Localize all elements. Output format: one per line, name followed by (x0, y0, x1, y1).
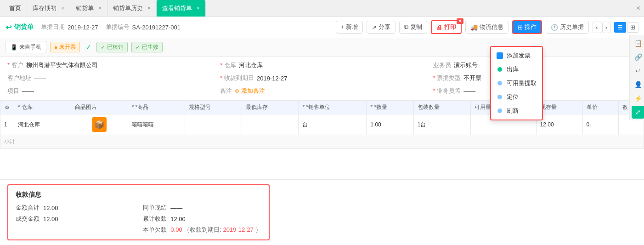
tab-bar-close-button[interactable]: × (636, 4, 640, 12)
sidebar-icon-bolt[interactable]: ⚡ (632, 92, 644, 105)
operations-button[interactable]: ⊞ 操作 (512, 20, 542, 34)
document-title: ↩ 销货单 (6, 23, 34, 32)
tab-inventory-init-label: 库存期初 (33, 4, 56, 12)
list-view-button[interactable]: ☰ (614, 22, 626, 33)
warehouse-label: 仓库 (220, 61, 236, 69)
sidebar-icon-expand[interactable]: ⤢ (632, 106, 644, 119)
tab-sales-order-label: 销货单 (76, 4, 94, 12)
row-unit-price: 0. (582, 114, 618, 135)
available-extract-item[interactable]: 可用量提取 (491, 76, 542, 90)
grid-view-button[interactable]: ⊞ (627, 22, 638, 33)
row-spec (185, 114, 242, 135)
payment-title: 收款信息 (16, 191, 261, 199)
nav-arrows: ‹ › (593, 22, 610, 33)
new-button-label: + 新增 (341, 23, 358, 31)
deal-amount-row: 成交金额 12.00 (16, 215, 134, 223)
outbound-label: 出库 (507, 65, 519, 74)
new-button[interactable]: + 新增 (336, 21, 363, 34)
total-amount-value: 12.00 (43, 205, 58, 211)
toolbar: 📱 来自手机 ● 未开票 ✓ ✓ 已核销 ✓ 已生效 (0, 38, 644, 57)
circle-icon: ● (54, 44, 57, 51)
cumulative-label: 累计收款 (143, 215, 167, 223)
add-invoice-icon (497, 52, 503, 59)
doc-type-label: 销货单 (14, 23, 34, 31)
project-label: 项目 (7, 87, 19, 95)
next-button[interactable]: › (602, 22, 610, 33)
tab-sales-order[interactable]: 销货单 × (70, 0, 107, 17)
copy-button[interactable]: ⧉ 复制 (399, 21, 427, 34)
from-mobile-label: 来自手机 (19, 43, 41, 51)
bottom-section: 收款信息 金额合计 12.00 同单现结 —— 成交金额 12.00 (0, 180, 644, 245)
row-current-stock: 12.00 (536, 114, 582, 135)
history-icon: 🕐 (551, 24, 558, 31)
sidebar-icon-link[interactable]: 🔗 (632, 51, 644, 63)
right-sidebar: 📋 🔗 ↩ 👤 ⚡ ⤢ (629, 35, 644, 120)
tab-inventory-init-close[interactable]: × (61, 5, 64, 11)
add-note-button[interactable]: ⊕ 添加备注 (235, 87, 265, 95)
tab-home[interactable]: 首页 (4, 0, 27, 17)
print-badge: ▼ (457, 18, 463, 24)
refresh-label: 刷新 (507, 107, 519, 115)
not-open-status: ● 未开票 (50, 42, 80, 52)
share-button[interactable]: ↗ 分享 (367, 21, 395, 34)
same-order-label: 同单现结 (143, 204, 167, 212)
logistics-button[interactable]: 🚚 物流信息 (465, 21, 508, 34)
doc-number-value: SA-20191227-001 (132, 24, 181, 31)
th-min-stock: 最低库存 (242, 101, 299, 114)
subtotal-label: 小计 (0, 135, 644, 149)
tab-inventory-init[interactable]: 库存期初 × (27, 0, 70, 17)
check-icon[interactable]: ✓ (84, 43, 93, 51)
tab-sales-history[interactable]: 销货单历史 × (107, 0, 157, 17)
product-image: 📦 (92, 117, 107, 132)
th-sales-unit: * *销售单位 (299, 101, 367, 114)
tab-sales-history-close[interactable]: × (147, 5, 151, 11)
tab-bar: 首页 库存期初 × 销货单 × 销货单历史 × 查看销货单 × × (0, 0, 644, 17)
sales-table: ⚙ * 仓库 商品图片 * *商品 规格型号 最低库存 * *销售单位 * *数… (0, 100, 644, 149)
address-field: 客户地址 —— (7, 74, 211, 82)
th-warehouse: * 仓库 (14, 101, 71, 114)
tab-view-sales[interactable]: 查看销货单 × (157, 0, 206, 17)
project-field: 项目 —— (7, 87, 211, 95)
same-order-row: 同单现结 —— (143, 204, 261, 212)
row-warehouse: 河北仓库 (14, 114, 71, 135)
refresh-item[interactable]: 刷新 (491, 104, 542, 118)
sidebar-icon-return[interactable]: ↩ (632, 64, 644, 77)
effective-status: ✓ 已生效 (131, 42, 163, 52)
doc-type-icon: ↩ (6, 23, 11, 32)
document-header: ↩ 销货单 单据日期 2019-12-27 单据编号 SA-20191227-0… (0, 17, 644, 38)
locate-label: 定位 (507, 93, 519, 101)
total-amount-label: 金额合计 (16, 204, 40, 212)
sidebar-icon-doc[interactable]: 📋 (632, 37, 644, 50)
due-date-value: 2019-12-27 (223, 226, 254, 233)
customer-label: 客户 (7, 61, 23, 69)
add-invoice-item[interactable]: 添加发票 (491, 49, 542, 63)
locate-item[interactable]: 定位 (491, 90, 542, 104)
row-min-stock (242, 114, 299, 135)
th-product: * *商品 (128, 101, 185, 114)
th-settings[interactable]: ⚙ (0, 101, 14, 114)
history-button[interactable]: 🕐 历史单据 (546, 21, 589, 34)
current-debt-row: 本单欠款 0.00 （收款到期日: 2019-12-27 ） (143, 226, 261, 234)
tab-view-sales-close[interactable]: × (197, 5, 200, 11)
share-icon: ↗ (372, 24, 377, 31)
print-button[interactable]: 🖨 打印 ▼ (431, 20, 462, 34)
payment-date-field: 收款到期日 2019-12-27 (220, 74, 424, 82)
customer-field: 客户 柳州粤港平安气体有限公司 (7, 61, 211, 69)
address-label: 客户地址 (7, 74, 31, 82)
sidebar-icon-user[interactable]: 👤 (632, 78, 644, 91)
row-index: 1 (0, 114, 14, 135)
address-value: —— (34, 75, 46, 82)
th-pack-qty: 包装数量 (413, 101, 470, 114)
current-debt-value: 0.00 （收款到期日: 2019-12-27 ） (170, 226, 261, 234)
tab-sales-order-close[interactable]: × (98, 5, 102, 11)
outbound-item[interactable]: 出库 (491, 63, 542, 76)
ticket-type-value: 不开票 (463, 74, 481, 82)
prev-button[interactable]: ‹ (593, 22, 601, 33)
view-toggle: ☰ ⊞ (614, 22, 638, 33)
same-order-value: —— (170, 205, 182, 211)
approved-status: ✓ 已核销 (96, 42, 128, 52)
doc-date-value: 2019-12-27 (68, 24, 98, 31)
payment-info: 收款信息 金额合计 12.00 同单现结 —— 成交金额 12.00 (7, 184, 270, 240)
from-mobile-button[interactable]: 📱 来自手机 (6, 41, 46, 53)
main-content: ↩ 销货单 单据日期 2019-12-27 单据编号 SA-20191227-0… (0, 17, 644, 245)
